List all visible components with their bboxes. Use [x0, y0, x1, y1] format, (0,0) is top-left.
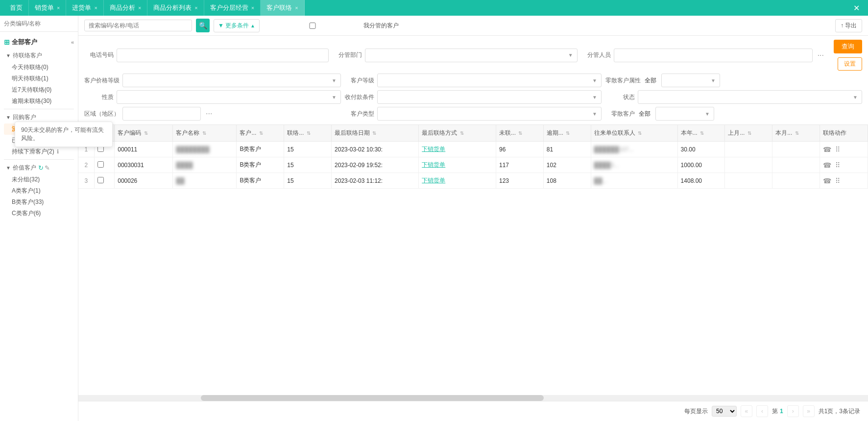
- customer-type-select[interactable]: ▼: [377, 107, 602, 121]
- sidebar-item-class-c[interactable]: C类客户(6): [4, 208, 74, 219]
- sidebar-item-declining[interactable]: 持续下滑客户(2) ℹ: [4, 146, 74, 157]
- contact-method-link[interactable]: 下销货单: [422, 177, 445, 184]
- sort-date-icon: ⇅: [372, 130, 376, 136]
- first-page-button[interactable]: «: [741, 405, 752, 417]
- tab-sales[interactable]: 销货单 ×: [29, 0, 66, 16]
- status-select[interactable]: ▼: [638, 90, 862, 104]
- action-phone-icon[interactable]: ☎: [823, 177, 831, 185]
- sort-contact-icon: ⇅: [307, 130, 311, 136]
- query-button[interactable]: 查询: [834, 40, 862, 53]
- my-customers-label: 我分管的客户: [363, 22, 399, 30]
- th-last-contact-date[interactable]: 最后联络日期 ⇅: [332, 125, 419, 142]
- tab-goods-analysis[interactable]: 商品分析 ×: [104, 0, 147, 16]
- my-customers-check-label[interactable]: 我分管的客户: [264, 22, 399, 30]
- row-contact: 15: [284, 173, 332, 189]
- tab-purchase[interactable]: 进货单 ×: [66, 0, 103, 16]
- th-unit-contact[interactable]: 往来单位联系人 ⇅: [591, 125, 677, 142]
- sidebar-item-tomorrow[interactable]: 明天待联络(1): [4, 73, 74, 84]
- adv-filter-row-1: 电话号码 分管部门 ▼ 分管人员 ···: [84, 40, 862, 71]
- row-overdue: 81: [543, 142, 591, 157]
- per-page-select[interactable]: 50 100 200: [712, 406, 737, 417]
- refresh-icon[interactable]: ↻: [38, 164, 44, 172]
- row-checkbox-cell: [94, 173, 115, 189]
- close-customer-segment-icon[interactable]: ×: [251, 5, 254, 11]
- close-goods-analysis-icon[interactable]: ×: [138, 5, 141, 11]
- close-sales-icon[interactable]: ×: [57, 5, 60, 11]
- action-phone-icon[interactable]: ☎: [823, 146, 831, 153]
- more-conditions-button[interactable]: ▼ 更多条件 ▲: [214, 19, 260, 32]
- contact-method-link[interactable]: 下销货单: [422, 146, 445, 152]
- action-more-icon[interactable]: ⠿: [835, 177, 840, 185]
- th-last-month[interactable]: 上月... ⇅: [725, 125, 772, 142]
- close-purchase-icon[interactable]: ×: [94, 5, 97, 11]
- th-this-month[interactable]: 本月... ⇅: [772, 125, 820, 142]
- th-overdue[interactable]: 逾期... ⇅: [543, 125, 591, 142]
- table-area: ⚙ 客户编码 ⇅ 客户名称 ⇅ 客户...: [78, 125, 868, 395]
- tab-customer-contact[interactable]: 客户联络 ×: [261, 0, 304, 16]
- search-button[interactable]: 🔍: [196, 19, 210, 32]
- sidebar-collapse-icon[interactable]: «: [71, 39, 74, 45]
- tab-home[interactable]: 首页: [4, 0, 29, 16]
- action-more-icon[interactable]: ⠿: [835, 146, 840, 153]
- th-action: 联络动作: [820, 125, 868, 142]
- sidebar-item-week[interactable]: 近7天待联络(0): [4, 84, 74, 96]
- close-customer-contact-icon[interactable]: ×: [295, 5, 298, 11]
- customer-attr-select[interactable]: ▼: [661, 74, 720, 87]
- manager-select[interactable]: [614, 49, 813, 62]
- sidebar-item-class-b[interactable]: B类客户(33): [4, 197, 74, 208]
- th-this-year[interactable]: 本年... ⇅: [677, 125, 725, 142]
- sidebar-group-pending[interactable]: ▼ 待联络客户: [4, 50, 74, 62]
- tab-customer-segment[interactable]: 客户分层经营 ×: [204, 0, 261, 16]
- sparse-label: 零散客户: [605, 110, 635, 118]
- row-checkbox[interactable]: [97, 177, 104, 183]
- next-page-button[interactable]: ›: [787, 405, 799, 417]
- action-phone-icon[interactable]: ☎: [823, 161, 831, 169]
- sidebar-search-input[interactable]: [4, 20, 77, 27]
- th-contact[interactable]: 联络... ⇅: [284, 125, 332, 142]
- filter-field-price-grade: 客户价格等级 ▼: [84, 74, 341, 87]
- nature-select[interactable]: ▼: [117, 90, 341, 104]
- prev-page-button[interactable]: ‹: [756, 405, 768, 417]
- close-goods-analysis-list-icon[interactable]: ×: [194, 5, 197, 11]
- tab-goods-analysis-list[interactable]: 商品分析列表 ×: [147, 0, 204, 16]
- edit-icon[interactable]: ✎: [45, 164, 50, 172]
- payment-select[interactable]: ▼: [377, 90, 602, 104]
- sparse-value: 全部: [639, 110, 651, 118]
- row-type: B类客户: [237, 142, 284, 157]
- th-last-contact-method[interactable]: 最后联络方式 ⇅: [419, 125, 496, 142]
- phone-input[interactable]: [117, 49, 329, 62]
- region-input[interactable]: [122, 107, 201, 121]
- search-input[interactable]: [84, 20, 192, 31]
- setting-button[interactable]: 设置: [838, 57, 862, 71]
- th-code[interactable]: 客户编码 ⇅: [115, 125, 173, 142]
- row-checkbox[interactable]: [97, 161, 104, 168]
- contact-method-link[interactable]: 下销货单: [422, 161, 445, 168]
- filter-field-customer-grade: 客户等级 ▼: [345, 74, 602, 87]
- price-grade-select[interactable]: ▼: [122, 74, 341, 87]
- action-more-icon[interactable]: ⠿: [835, 161, 840, 169]
- sidebar-item-class-a[interactable]: A类客户(1): [4, 185, 74, 197]
- manager-dots[interactable]: ···: [816, 51, 826, 60]
- row-last-month: [725, 173, 772, 189]
- region-dots[interactable]: ···: [204, 109, 214, 118]
- sidebar-group-value[interactable]: ▼ 价值客户 ↻ ✎: [4, 162, 74, 174]
- all-customers-title[interactable]: ⊞ 全部客户 «: [4, 35, 74, 50]
- last-page-button[interactable]: »: [803, 405, 815, 417]
- row-this-year: 1000.00: [677, 157, 725, 173]
- sparse-select[interactable]: ▼: [655, 107, 714, 121]
- horizontal-scrollbar[interactable]: [78, 395, 868, 401]
- dept-select[interactable]: ▼: [365, 49, 577, 62]
- sidebar-item-overdue[interactable]: 逾期未联络(30): [4, 96, 74, 107]
- sidebar-item-today[interactable]: 今天待联络(0): [4, 62, 74, 73]
- th-uncontacted[interactable]: 未联... ⇅: [496, 125, 543, 142]
- customer-grade-select[interactable]: ▼: [377, 74, 602, 87]
- th-name[interactable]: 客户名称 ⇅: [173, 125, 237, 142]
- export-button[interactable]: ↑ 导出: [835, 19, 862, 32]
- window-close-button[interactable]: ✕: [848, 0, 864, 16]
- tab-goods-analysis-list-label: 商品分析列表: [153, 3, 192, 12]
- scrollbar-thumb[interactable]: [201, 395, 544, 401]
- row-code: 000026: [115, 173, 173, 189]
- th-type[interactable]: 客户... ⇅: [237, 125, 284, 142]
- my-customers-checkbox[interactable]: [264, 23, 362, 29]
- sidebar-item-ungrouped[interactable]: 未分组(32): [4, 174, 74, 185]
